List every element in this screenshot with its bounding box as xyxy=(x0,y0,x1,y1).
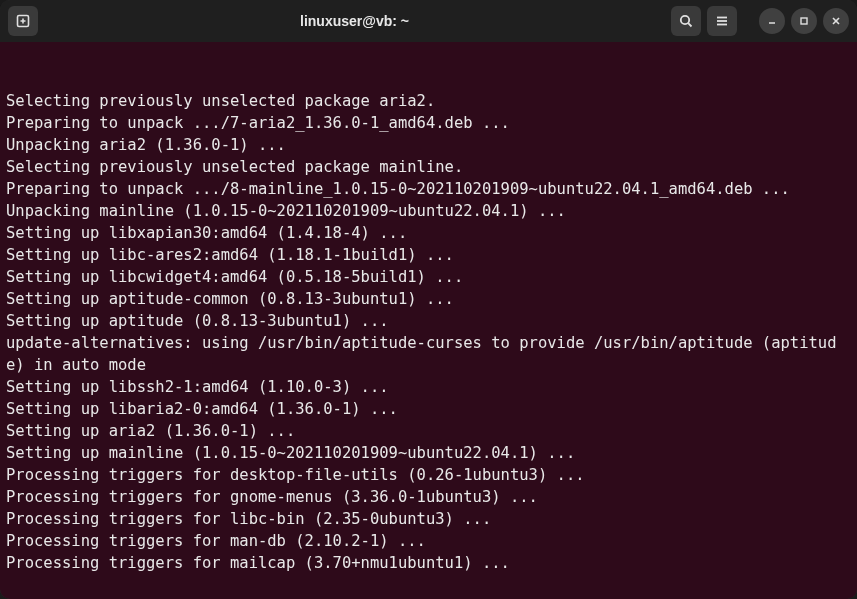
terminal-line: update-alternatives: using /usr/bin/apti… xyxy=(6,332,851,376)
minimize-icon xyxy=(766,15,778,27)
terminal-line: Processing triggers for libc-bin (2.35-0… xyxy=(6,508,851,530)
terminal-line: Setting up aptitude (0.8.13-3ubuntu1) ..… xyxy=(6,310,851,332)
titlebar: linuxuser@vb: ~ xyxy=(0,0,857,42)
terminal-line: Preparing to unpack .../7-aria2_1.36.0-1… xyxy=(6,112,851,134)
terminal-line: Setting up libaria2-0:amd64 (1.36.0-1) .… xyxy=(6,398,851,420)
minimize-button[interactable] xyxy=(759,8,785,34)
terminal-line: Processing triggers for desktop-file-uti… xyxy=(6,464,851,486)
terminal-line: Preparing to unpack .../8-mainline_1.0.1… xyxy=(6,178,851,200)
close-button[interactable] xyxy=(823,8,849,34)
hamburger-icon xyxy=(714,13,730,29)
svg-line-4 xyxy=(688,23,691,26)
svg-point-3 xyxy=(681,16,689,24)
terminal-line: Setting up mainline (1.0.15-0~2021102019… xyxy=(6,442,851,464)
terminal-output: Selecting previously unselected package … xyxy=(6,90,851,574)
terminal-line: Setting up libc-ares2:amd64 (1.18.1-1bui… xyxy=(6,244,851,266)
svg-rect-9 xyxy=(801,18,807,24)
new-tab-icon xyxy=(15,13,31,29)
terminal-line: Setting up libssh2-1:amd64 (1.10.0-3) ..… xyxy=(6,376,851,398)
terminal-line: Processing triggers for mailcap (3.70+nm… xyxy=(6,552,851,574)
terminal-line: Unpacking aria2 (1.36.0-1) ... xyxy=(6,134,851,156)
terminal-line: Setting up libcwidget4:amd64 (0.5.18-5bu… xyxy=(6,266,851,288)
search-icon xyxy=(678,13,694,29)
maximize-icon xyxy=(798,15,810,27)
new-tab-button[interactable] xyxy=(8,6,38,36)
terminal-line: Selecting previously unselected package … xyxy=(6,90,851,112)
terminal-line: Processing triggers for man-db (2.10.2-1… xyxy=(6,530,851,552)
terminal-line: Unpacking mainline (1.0.15-0~20211020190… xyxy=(6,200,851,222)
close-icon xyxy=(830,15,842,27)
menu-button[interactable] xyxy=(707,6,737,36)
terminal-line: Setting up aria2 (1.36.0-1) ... xyxy=(6,420,851,442)
terminal-line: Processing triggers for gnome-menus (3.3… xyxy=(6,486,851,508)
terminal-line: Setting up libxapian30:amd64 (1.4.18-4) … xyxy=(6,222,851,244)
terminal-window: linuxuser@vb: ~ xyxy=(0,0,857,599)
maximize-button[interactable] xyxy=(791,8,817,34)
terminal-output-area[interactable]: Selecting previously unselected package … xyxy=(0,42,857,599)
window-title: linuxuser@vb: ~ xyxy=(44,13,665,29)
terminal-line: Setting up aptitude-common (0.8.13-3ubun… xyxy=(6,288,851,310)
search-button[interactable] xyxy=(671,6,701,36)
terminal-line: Selecting previously unselected package … xyxy=(6,156,851,178)
